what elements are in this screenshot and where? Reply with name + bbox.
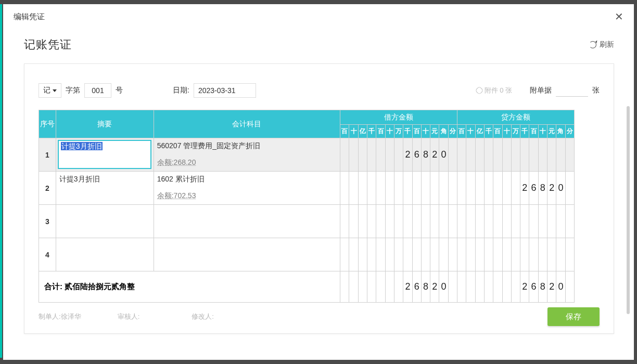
debit-digit[interactable]: [412, 238, 421, 271]
debit-digit[interactable]: [394, 238, 403, 271]
credit-digit[interactable]: [457, 138, 466, 172]
credit-digit[interactable]: [556, 238, 565, 271]
credit-digit[interactable]: [466, 138, 475, 172]
credit-digit[interactable]: [502, 172, 511, 205]
debit-digit[interactable]: [412, 205, 421, 238]
summary-cell[interactable]: [56, 238, 154, 271]
credit-digit[interactable]: [493, 172, 502, 205]
voucher-type-dropdown[interactable]: 记: [39, 83, 61, 98]
attachment-button[interactable]: 附件 0 张: [476, 86, 512, 95]
summary-cell[interactable]: 计提3月折旧: [56, 172, 154, 205]
debit-digit[interactable]: 2: [403, 138, 412, 172]
credit-digit[interactable]: [511, 138, 520, 172]
debit-digit[interactable]: [367, 238, 376, 271]
debit-digit[interactable]: [403, 238, 412, 271]
debit-digit[interactable]: [376, 238, 385, 271]
debit-digit[interactable]: [367, 205, 376, 238]
summary-cell[interactable]: 计提3月折旧: [56, 138, 154, 172]
credit-digit[interactable]: [547, 238, 556, 271]
credit-digit[interactable]: 0: [556, 172, 565, 205]
account-cell[interactable]: 1602 累计折旧余额:702.53: [154, 172, 340, 205]
debit-digit[interactable]: [439, 205, 448, 238]
debit-digit[interactable]: [367, 172, 376, 205]
credit-digit[interactable]: 6: [529, 172, 538, 205]
debit-digit[interactable]: [403, 205, 412, 238]
credit-digit[interactable]: [538, 238, 547, 271]
debit-digit[interactable]: [439, 172, 448, 205]
debit-digit[interactable]: [358, 205, 367, 238]
debit-digit[interactable]: [448, 172, 457, 205]
debit-digit[interactable]: [421, 172, 430, 205]
debit-digit[interactable]: [430, 238, 439, 271]
credit-digit[interactable]: [511, 172, 520, 205]
credit-digit[interactable]: [529, 238, 538, 271]
debit-digit[interactable]: [385, 138, 394, 172]
credit-digit[interactable]: [529, 205, 538, 238]
debit-digit[interactable]: [439, 238, 448, 271]
credit-digit[interactable]: [457, 205, 466, 238]
debit-digit[interactable]: [340, 172, 349, 205]
save-button[interactable]: 保存: [547, 307, 600, 326]
debit-digit[interactable]: 6: [412, 138, 421, 172]
credit-digit[interactable]: [484, 138, 493, 172]
credit-digit[interactable]: [457, 238, 466, 271]
debit-digit[interactable]: [349, 172, 358, 205]
account-cell[interactable]: 560207 管理费用_固定资产折旧余额:268.20: [154, 138, 340, 172]
credit-digit[interactable]: [475, 138, 484, 172]
credit-digit[interactable]: [511, 238, 520, 271]
debit-digit[interactable]: [340, 138, 349, 172]
credit-digit[interactable]: [493, 238, 502, 271]
credit-digit[interactable]: [502, 138, 511, 172]
debit-digit[interactable]: 0: [439, 138, 448, 172]
debit-digit[interactable]: [358, 238, 367, 271]
debit-digit[interactable]: [448, 238, 457, 271]
debit-digit[interactable]: [385, 172, 394, 205]
credit-digit[interactable]: [475, 238, 484, 271]
credit-digit[interactable]: [484, 238, 493, 271]
summary-edit-box[interactable]: 计提3月折旧: [58, 140, 151, 169]
debit-digit[interactable]: [403, 172, 412, 205]
account-cell[interactable]: [154, 238, 340, 271]
credit-digit[interactable]: [466, 205, 475, 238]
credit-digit[interactable]: [484, 172, 493, 205]
debit-digit[interactable]: [349, 138, 358, 172]
account-cell[interactable]: [154, 205, 340, 238]
credit-digit[interactable]: [547, 205, 556, 238]
credit-digit[interactable]: [475, 205, 484, 238]
credit-digit[interactable]: [520, 205, 529, 238]
summary-cell[interactable]: [56, 205, 154, 238]
credit-digit[interactable]: [565, 205, 574, 238]
debit-digit[interactable]: [412, 172, 421, 205]
credit-digit[interactable]: 2: [547, 172, 556, 205]
debit-digit[interactable]: [349, 205, 358, 238]
credit-digit[interactable]: [556, 205, 565, 238]
debit-digit[interactable]: [376, 138, 385, 172]
credit-digit[interactable]: [511, 205, 520, 238]
debit-digit[interactable]: [430, 172, 439, 205]
debit-digit[interactable]: [421, 205, 430, 238]
credit-digit[interactable]: [529, 138, 538, 172]
date-input[interactable]: [194, 83, 256, 98]
credit-digit[interactable]: [466, 172, 475, 205]
credit-digit[interactable]: [520, 138, 529, 172]
scrollbar-thumb[interactable]: [627, 106, 630, 314]
debit-digit[interactable]: [448, 205, 457, 238]
credit-digit[interactable]: [484, 205, 493, 238]
debit-digit[interactable]: [358, 172, 367, 205]
credit-digit[interactable]: [457, 172, 466, 205]
debit-digit[interactable]: [394, 138, 403, 172]
debit-digit[interactable]: [367, 138, 376, 172]
credit-digit[interactable]: [520, 238, 529, 271]
debit-digit[interactable]: [376, 172, 385, 205]
debit-digit[interactable]: [340, 238, 349, 271]
credit-digit[interactable]: [493, 138, 502, 172]
debit-digit[interactable]: [340, 205, 349, 238]
debit-digit[interactable]: [421, 238, 430, 271]
debit-digit[interactable]: [430, 205, 439, 238]
credit-digit[interactable]: [466, 238, 475, 271]
credit-digit[interactable]: [556, 138, 565, 172]
close-icon[interactable]: ✕: [615, 10, 623, 23]
credit-digit[interactable]: 8: [538, 172, 547, 205]
debit-digit[interactable]: 2: [430, 138, 439, 172]
credit-digit[interactable]: [502, 205, 511, 238]
